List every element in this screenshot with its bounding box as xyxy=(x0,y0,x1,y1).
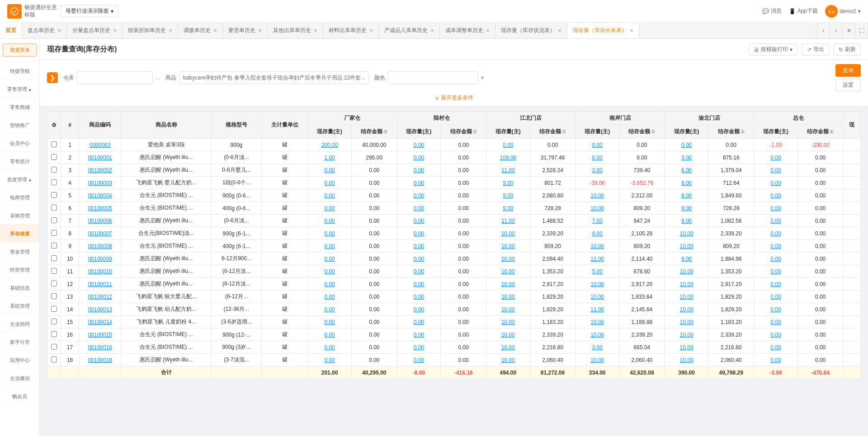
download-btn[interactable]: 📱 App下载 xyxy=(789,7,818,15)
tabs-next-btn[interactable]: › xyxy=(830,23,843,39)
tab-11[interactable]: 现存量（库存分布表）✕ xyxy=(567,23,639,39)
row-checkbox-3[interactable] xyxy=(51,179,57,185)
tab-7[interactable]: 材料出库单历史✕ xyxy=(323,23,379,39)
sidebar-item-会员中心[interactable]: 会员中心 xyxy=(0,134,39,152)
sidebar-item-企业协同[interactable]: 企业协同 xyxy=(0,314,39,333)
user-menu[interactable]: Ea demo2 ▾ xyxy=(825,5,861,18)
sidebar-item-系统管理[interactable]: 系统管理 xyxy=(0,296,39,314)
row-checkbox-17[interactable] xyxy=(51,356,57,362)
tab-4[interactable]: 调拨单历史✕ xyxy=(178,23,223,39)
tab-close-6[interactable]: ✕ xyxy=(314,28,317,33)
sidebar-item-畅会员[interactable]: 畅会员 xyxy=(0,387,39,405)
row-select-17[interactable] xyxy=(47,354,61,366)
row-checkbox-14[interactable] xyxy=(51,319,57,324)
tab-close-2[interactable]: ✕ xyxy=(113,28,117,33)
row-select-7[interactable] xyxy=(47,227,61,240)
row-select-14[interactable] xyxy=(47,316,61,328)
sidebar-item-零售管理[interactable]: 零售管理▲ xyxy=(0,80,39,98)
warehouse-dots[interactable]: ... xyxy=(156,75,160,81)
row-select-0[interactable] xyxy=(47,139,61,151)
row-select-4[interactable] xyxy=(47,189,61,202)
sidebar-item-应用中心[interactable]: 应用中心 xyxy=(0,351,39,369)
row-checkbox-15[interactable] xyxy=(51,331,57,337)
row-checkbox-8[interactable] xyxy=(51,243,57,248)
sidebar-item-新手引导[interactable]: 新手引导 xyxy=(0,333,39,351)
row-checkbox-1[interactable] xyxy=(51,154,57,160)
row-select-12[interactable] xyxy=(47,291,61,303)
toggle-filter-btn[interactable]: ❯ xyxy=(47,72,58,83)
refresh-btn[interactable]: ↻ 刷新 xyxy=(834,43,861,56)
export-btn[interactable]: ↗ 导出 xyxy=(802,43,829,56)
sidebar-item-营销推广[interactable]: 营销推广 xyxy=(0,116,39,134)
row-select-15[interactable] xyxy=(47,328,61,341)
row-checkbox-2[interactable] xyxy=(51,167,57,173)
row-checkbox-10[interactable] xyxy=(51,268,57,274)
tab-5[interactable]: 要货单历史✕ xyxy=(223,23,268,39)
sidebar-item-经营管理[interactable]: 经营管理 xyxy=(0,260,39,278)
sidebar-item-电商管理[interactable]: 电商管理 xyxy=(0,188,39,206)
tab-close-11[interactable]: ✕ xyxy=(630,28,633,33)
tab-close-10[interactable]: ✕ xyxy=(558,28,561,33)
row-select-2[interactable] xyxy=(47,164,61,177)
message-btn[interactable]: 💬 消息 xyxy=(762,7,782,15)
tab-close-7[interactable]: ✕ xyxy=(369,28,373,33)
tab-8[interactable]: 产成品入库单历史✕ xyxy=(379,23,440,39)
sidebar-item-零售统计[interactable]: 零售统计 xyxy=(0,152,39,170)
tabs-prev-btn[interactable]: ‹ xyxy=(817,23,830,39)
product-input[interactable] xyxy=(179,71,369,84)
sidebar-item-资金管理[interactable]: 资金管理 xyxy=(0,242,39,260)
sidebar-item-批发管理[interactable]: 批发管理▲ xyxy=(0,170,39,188)
row-checkbox-4[interactable] xyxy=(51,192,57,198)
row-checkbox-16[interactable] xyxy=(51,344,57,350)
tab-close-4[interactable]: ✕ xyxy=(213,28,217,33)
tab-6[interactable]: 其他出库单历史✕ xyxy=(268,23,323,39)
row-select-6[interactable] xyxy=(47,215,61,227)
sidebar-item-quick-nav[interactable]: 快捷导航 xyxy=(0,61,39,80)
row-checkbox-5[interactable] xyxy=(51,205,57,211)
sidebar-item-基础信息[interactable]: 基础信息 xyxy=(0,278,39,296)
row-select-1[interactable] xyxy=(47,151,61,164)
row-checkbox-13[interactable] xyxy=(51,306,57,312)
row-select-5[interactable] xyxy=(47,202,61,215)
search-english-btn[interactable]: 搜索英单 xyxy=(3,43,37,56)
row-select-10[interactable] xyxy=(47,265,61,278)
row-checkbox-6[interactable] xyxy=(51,217,57,223)
row-select-9[interactable] xyxy=(47,253,61,265)
col-settings-header[interactable]: ⚙ xyxy=(47,112,61,139)
sidebar-item-零售商城[interactable]: 零售商城 xyxy=(0,98,39,116)
row-checkbox-9[interactable] xyxy=(51,255,57,261)
tab-9[interactable]: 成本调整单历史✕ xyxy=(440,23,495,39)
tab-close-5[interactable]: ✕ xyxy=(258,28,262,33)
row-checkbox-11[interactable] xyxy=(51,281,57,286)
tab-close-8[interactable]: ✕ xyxy=(430,28,434,33)
color-dropdown[interactable]: ▾ xyxy=(481,75,484,81)
tabs-expand-btn[interactable]: ⛶ xyxy=(855,23,868,39)
tab-close-9[interactable]: ✕ xyxy=(486,28,490,33)
print-btn[interactable]: 🖨 按模版打印 ▾ xyxy=(749,43,797,56)
tab-0[interactable]: 首页 xyxy=(0,23,22,39)
tab-2[interactable]: 分量盘点单历史✕ xyxy=(67,23,123,39)
row-select-13[interactable] xyxy=(47,303,61,316)
expand-more-btn[interactable]: ∨ 展开更多条件 xyxy=(47,94,861,102)
tab-10[interactable]: 现存量（库存状况表）✕ xyxy=(495,23,567,39)
row-select-16[interactable] xyxy=(47,341,61,354)
tabs-close-all-btn[interactable]: ✕ xyxy=(843,23,855,39)
row-checkbox-12[interactable] xyxy=(51,293,57,299)
query-btn[interactable]: 查询 xyxy=(835,64,861,77)
tab-close-1[interactable]: ✕ xyxy=(57,28,61,33)
setting-btn[interactable]: 设置 xyxy=(835,79,861,91)
sidebar-item-采购管理[interactable]: 采购管理 xyxy=(0,206,39,224)
row-checkbox-0[interactable] xyxy=(51,141,57,147)
row-checkbox-7[interactable] xyxy=(51,230,57,236)
tab-1[interactable]: 盘点单历史✕ xyxy=(22,23,67,39)
warehouse-input[interactable] xyxy=(77,71,153,84)
industry-selector[interactable]: 母婴行业演示陈套 ▾ xyxy=(61,5,118,17)
tab-close-3[interactable]: ✕ xyxy=(169,28,172,33)
row-select-11[interactable] xyxy=(47,278,61,291)
tab-3[interactable]: 组装折卸单历史✕ xyxy=(123,23,178,39)
sidebar-item-库存核算[interactable]: 库存核算 xyxy=(0,224,39,242)
row-select-8[interactable] xyxy=(47,240,61,253)
sidebar-item-企业微信[interactable]: 企业微信 xyxy=(0,369,39,387)
color-input[interactable] xyxy=(388,71,478,84)
row-select-3[interactable] xyxy=(47,177,61,189)
